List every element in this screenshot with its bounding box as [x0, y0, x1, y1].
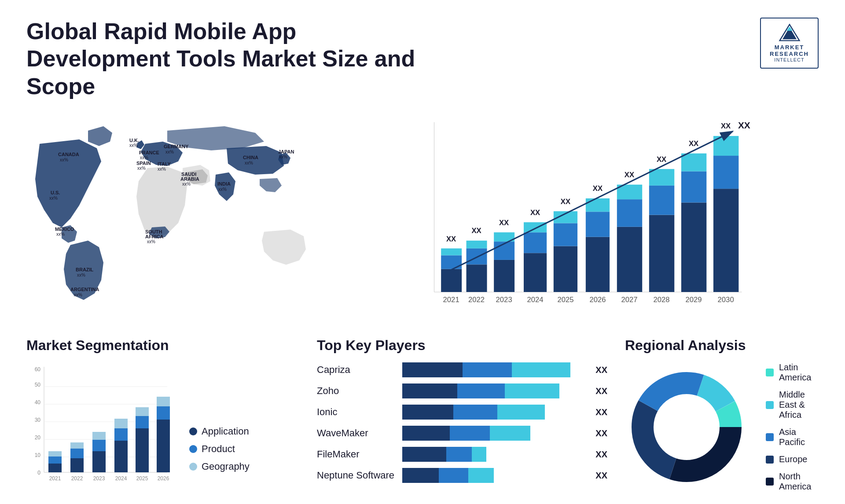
svg-text:xx%: xx%	[245, 161, 253, 165]
svg-text:2026: 2026	[589, 296, 606, 304]
svg-rect-50	[524, 253, 547, 292]
svg-rect-108	[70, 458, 84, 472]
player-name-ionic: Ionic	[317, 406, 396, 418]
svg-text:60: 60	[35, 366, 41, 373]
player-label-zoho: XX	[595, 386, 607, 396]
svg-rect-62	[617, 227, 642, 292]
player-row-filemaker: FileMaker XX	[317, 447, 607, 462]
regional-legend-latin-america: Latin America	[766, 362, 819, 383]
segmentation-bar-chart: 0 10 20 30 40 50 60	[26, 362, 176, 486]
svg-text:xx%: xx%	[279, 154, 287, 159]
logo-text-line3: INTELLECT	[774, 57, 804, 62]
donut-chart	[625, 365, 748, 489]
player-bar-seg1	[402, 468, 439, 483]
svg-text:xx%: xx%	[165, 150, 174, 154]
svg-text:xx%: xx%	[60, 157, 68, 162]
bottom-sections: Market Segmentation 0 10 20 30 40	[26, 337, 819, 504]
svg-rect-72	[681, 153, 706, 172]
svg-rect-119	[136, 407, 149, 416]
svg-rect-115	[114, 428, 128, 441]
svg-rect-40	[441, 248, 462, 256]
svg-text:FRANCE: FRANCE	[139, 150, 159, 155]
player-row-neptune: Neptune Software XX	[317, 468, 607, 483]
legend-item-geography: Geography	[189, 461, 250, 472]
svg-rect-75	[713, 156, 738, 189]
player-bar-seg2	[450, 426, 490, 441]
player-row-capriza: Capriza XX	[317, 362, 607, 377]
legend-label-application: Application	[202, 426, 249, 437]
svg-text:CHINA: CHINA	[243, 155, 258, 160]
player-bar-wavemaker	[402, 426, 585, 441]
segmentation-legend: Application Product Geography	[189, 426, 250, 486]
player-name-wavemaker: WaveMaker	[317, 427, 396, 439]
svg-text:xx%: xx%	[137, 166, 146, 171]
logo: MARKET RESEARCH INTELLECT	[760, 18, 819, 69]
svg-rect-63	[617, 199, 642, 227]
svg-text:xx%: xx%	[182, 182, 191, 186]
regional-legend: Latin America Middle East & Africa Asia …	[766, 362, 819, 492]
svg-rect-55	[554, 223, 577, 246]
player-bar-seg1	[402, 362, 463, 377]
player-label-ionic: XX	[595, 407, 607, 417]
player-bar-filemaker	[402, 447, 585, 462]
legend-item-application: Application	[189, 426, 250, 437]
svg-text:XX: XX	[561, 197, 570, 206]
player-row-zoho: Zoho XX	[317, 383, 607, 398]
player-bar-seg2	[439, 468, 468, 483]
legend-label-geography: Geography	[202, 461, 250, 472]
svg-text:2028: 2028	[653, 296, 669, 304]
svg-rect-113	[92, 432, 106, 440]
svg-rect-68	[649, 169, 674, 186]
regional-dot-north-america	[766, 478, 774, 486]
segmentation-title: Market Segmentation	[26, 337, 299, 354]
svg-rect-114	[114, 441, 128, 472]
svg-rect-109	[70, 449, 84, 458]
svg-rect-106	[48, 457, 62, 464]
player-label-capriza: XX	[595, 365, 607, 375]
svg-rect-58	[586, 237, 610, 292]
svg-text:xx%: xx%	[56, 232, 65, 237]
svg-text:CANADA: CANADA	[58, 152, 79, 157]
svg-rect-42	[467, 265, 487, 292]
svg-text:XX: XX	[721, 122, 731, 131]
world-map: CANADA xx% U.S. xx% MEXICO xx% BRAZIL xx…	[26, 113, 317, 324]
svg-text:BRAZIL: BRAZIL	[76, 267, 94, 272]
players-title: Top Key Players	[317, 337, 607, 354]
svg-rect-43	[467, 248, 487, 265]
player-bar-seg3	[505, 383, 560, 398]
svg-text:U.K.: U.K.	[129, 138, 139, 143]
svg-text:ITALY: ITALY	[158, 161, 171, 167]
svg-text:2024: 2024	[527, 296, 544, 304]
svg-text:XX: XX	[530, 208, 540, 217]
player-bar-seg3	[512, 362, 570, 377]
svg-text:xx%: xx%	[74, 292, 82, 297]
svg-text:SPAIN: SPAIN	[136, 161, 151, 166]
svg-rect-111	[92, 451, 106, 472]
svg-text:xx%: xx%	[77, 273, 85, 278]
svg-text:2027: 2027	[621, 296, 637, 304]
svg-text:2030: 2030	[718, 296, 734, 304]
svg-rect-105	[48, 464, 62, 472]
player-name-neptune: Neptune Software	[317, 470, 396, 481]
regional-label-north-america: North America	[779, 471, 819, 492]
player-bar-seg3	[468, 468, 494, 483]
svg-text:0: 0	[37, 470, 40, 476]
regional-title: Regional Analysis	[625, 337, 819, 354]
player-bar-seg3	[497, 405, 545, 420]
player-bar-seg2	[453, 405, 497, 420]
player-bar-seg2	[446, 447, 472, 462]
player-label-wavemaker: XX	[595, 428, 607, 438]
svg-text:xx%: xx%	[49, 196, 58, 201]
player-bar-seg2	[463, 362, 512, 377]
logo-text-line1: MARKET	[775, 44, 805, 51]
legend-dot-product	[189, 445, 197, 453]
logo-text-line2: RESEARCH	[770, 51, 809, 57]
regional-legend-asia-pacific: Asia Pacific	[766, 427, 819, 447]
player-row-ionic: Ionic XX	[317, 405, 607, 420]
svg-text:40: 40	[35, 399, 41, 405]
svg-rect-46	[494, 260, 514, 292]
trend-bar-chart: XX XX XX XX XX	[334, 113, 819, 324]
svg-text:50: 50	[35, 382, 41, 388]
svg-text:U.S.: U.S.	[51, 190, 60, 195]
svg-text:XX: XX	[657, 155, 666, 164]
